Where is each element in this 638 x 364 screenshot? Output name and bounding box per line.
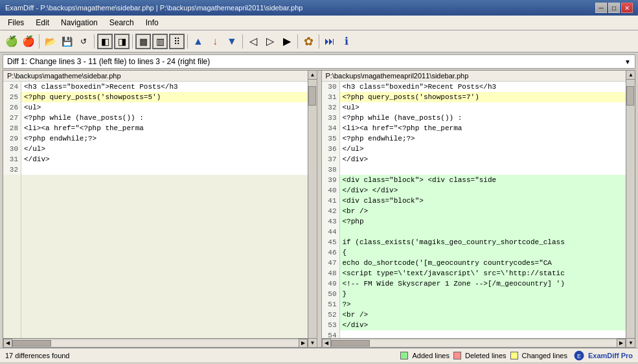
line-code-15 bbox=[21, 237, 308, 247]
right-pane: P:\backups\magathemeapril2011\sidebar.ph… bbox=[322, 71, 626, 347]
rescan-button[interactable]: ↺ bbox=[76, 34, 91, 49]
line-code-23 bbox=[21, 320, 308, 330]
grid-button[interactable]: ▦ bbox=[135, 34, 151, 49]
line-code-14 bbox=[340, 227, 626, 237]
line-code-7: </div> bbox=[21, 154, 308, 165]
diff-desc-dropdown-icon[interactable]: ▼ bbox=[624, 58, 631, 65]
left-vscrollbar[interactable]: ▲ ▼ bbox=[308, 71, 317, 347]
left-hscroll-right-arrow[interactable]: ▶ bbox=[299, 339, 308, 348]
line-num-7: 31 bbox=[3, 154, 21, 165]
line-num-12: 42 bbox=[322, 206, 339, 216]
left-hscrollbar[interactable]: ◀ ▶ bbox=[3, 338, 308, 347]
line-num-7: 37 bbox=[322, 154, 339, 165]
added-label: Added lines bbox=[412, 352, 450, 359]
line-num-24: 54 bbox=[322, 330, 339, 338]
status-left: 17 differences found bbox=[5, 352, 69, 359]
nav1-button[interactable]: ◁ bbox=[245, 34, 261, 49]
line-num-22 bbox=[3, 310, 21, 320]
menu-search[interactable]: Search bbox=[104, 17, 139, 28]
right-hscrollbar[interactable]: ◀ ▶ bbox=[322, 338, 626, 347]
line-code-8 bbox=[340, 165, 626, 175]
left-pane-content[interactable]: 24252627282930313233343536 <h3 class="bo… bbox=[3, 82, 308, 338]
left-vscroll-up[interactable]: ▲ bbox=[308, 71, 317, 80]
toolbar: 🍏 🍎 📂 💾 ↺ ◧ ◨ ▦ ▥ ⠿ ▲ ↓ ▼ ◁ ▷ ▶ ✿ ⏭ ℹ bbox=[0, 30, 638, 52]
line-num-16: 46 bbox=[322, 247, 339, 258]
sep5 bbox=[242, 34, 243, 49]
copy-right-button[interactable]: ◨ bbox=[114, 34, 130, 49]
menu-edit[interactable]: Edit bbox=[30, 17, 54, 28]
open-button[interactable]: 📂 bbox=[42, 34, 58, 49]
dots-button[interactable]: ⠿ bbox=[169, 34, 185, 49]
line-num-1: 31 bbox=[322, 92, 339, 102]
nav-down-button[interactable]: ↓ bbox=[207, 34, 223, 49]
close-button[interactable]: ✕ bbox=[621, 3, 633, 13]
right-hscroll-left-arrow[interactable]: ◀ bbox=[322, 339, 331, 348]
line-code-0: <h3 class="boxedin">Recent Posts</h3 bbox=[340, 82, 626, 92]
line-num-6: 36 bbox=[322, 144, 339, 154]
line-num-9 bbox=[3, 175, 21, 185]
titlebar-controls: ─ □ ✕ bbox=[595, 3, 633, 13]
minimize-button[interactable]: ─ bbox=[595, 3, 607, 13]
nav-next-button[interactable]: ▼ bbox=[224, 34, 240, 49]
info-button[interactable]: ℹ bbox=[339, 34, 354, 49]
pane-divider[interactable] bbox=[317, 71, 322, 347]
menu-files[interactable]: Files bbox=[3, 17, 29, 28]
copy-left-button[interactable]: ◧ bbox=[97, 34, 113, 49]
nav-prev-button[interactable]: ▲ bbox=[190, 34, 206, 49]
logo-text: ExamDiff Pro bbox=[588, 352, 633, 359]
right-pane-content[interactable]: 3031323334353637383940414243444546474849… bbox=[322, 82, 626, 338]
right-vscroll-thumb[interactable] bbox=[626, 86, 634, 106]
right-hscroll-track[interactable] bbox=[331, 340, 617, 347]
left-pane: P:\backups\magatheme\sidebar.php 2425262… bbox=[3, 71, 308, 347]
save-button[interactable]: 💾 bbox=[59, 34, 74, 49]
left-hscroll-track[interactable] bbox=[12, 340, 299, 347]
line-code-24 bbox=[340, 330, 626, 338]
left-vscroll-track[interactable] bbox=[308, 80, 317, 338]
next-button[interactable]: ⏭ bbox=[322, 34, 337, 49]
right-hscroll-thumb[interactable] bbox=[331, 340, 370, 347]
right-vscrollbar[interactable]: ▲ ▼ bbox=[626, 71, 635, 347]
line-code-12 bbox=[21, 206, 308, 216]
changed-box bbox=[510, 352, 518, 359]
nav3-button[interactable]: ▶ bbox=[279, 34, 295, 49]
left-pane-header: P:\backups\magatheme\sidebar.php bbox=[3, 71, 308, 82]
maximize-button[interactable]: □ bbox=[608, 3, 620, 13]
line-code-11 bbox=[21, 196, 308, 206]
left-vscroll-down[interactable]: ▼ bbox=[308, 338, 317, 347]
statusbar: 17 differences found Added lines Deleted… bbox=[0, 348, 638, 362]
line-num-13 bbox=[3, 216, 21, 227]
nav2-button[interactable]: ▷ bbox=[262, 34, 278, 49]
menu-info[interactable]: Info bbox=[141, 17, 164, 28]
apple-red-button[interactable]: 🍎 bbox=[21, 34, 36, 49]
deleted-label: Deleted lines bbox=[465, 352, 507, 359]
grid2-button[interactable]: ▥ bbox=[152, 34, 168, 49]
left-vscroll-thumb[interactable] bbox=[308, 86, 316, 106]
right-vscroll-up[interactable]: ▲ bbox=[626, 71, 635, 80]
right-lines-code[interactable]: <h3 class="boxedin">Recent Posts</h3 <?p… bbox=[340, 82, 626, 338]
logo-icon: E bbox=[574, 350, 584, 361]
line-num-10 bbox=[3, 185, 21, 196]
flower-button[interactable]: ✿ bbox=[301, 34, 316, 49]
titlebar: ExamDiff - P:\backups\magatheme\sidebar.… bbox=[0, 0, 638, 16]
sep6 bbox=[297, 34, 298, 49]
line-code-23: </div> bbox=[340, 320, 626, 330]
right-vscroll-track[interactable] bbox=[626, 80, 635, 338]
right-vscroll-down[interactable]: ▼ bbox=[626, 338, 635, 347]
line-num-14: 44 bbox=[322, 227, 339, 237]
sep3 bbox=[132, 34, 133, 49]
left-lines-code[interactable]: <h3 class="boxedin">Recent Posts</h3 <?p… bbox=[21, 82, 308, 338]
line-code-13 bbox=[21, 216, 308, 227]
diff-desc-bar: Diff 1: Change lines 3 - 11 (left file) … bbox=[3, 54, 635, 69]
line-num-20 bbox=[3, 289, 21, 299]
added-box bbox=[400, 352, 408, 359]
title-text: ExamDiff - P:\backups\magatheme\sidebar.… bbox=[5, 4, 302, 12]
line-code-20 bbox=[21, 289, 308, 299]
panes-wrapper: P:\backups\magatheme\sidebar.php 2425262… bbox=[3, 70, 635, 348]
menu-navigation[interactable]: Navigation bbox=[56, 17, 103, 28]
right-hscroll-right-arrow[interactable]: ▶ bbox=[617, 339, 626, 348]
apple-green-button[interactable]: 🍏 bbox=[4, 34, 19, 49]
line-code-19 bbox=[21, 279, 308, 289]
left-hscroll-thumb[interactable] bbox=[12, 340, 51, 347]
left-hscroll-left-arrow[interactable]: ◀ bbox=[3, 339, 12, 348]
line-code-16 bbox=[21, 247, 308, 258]
